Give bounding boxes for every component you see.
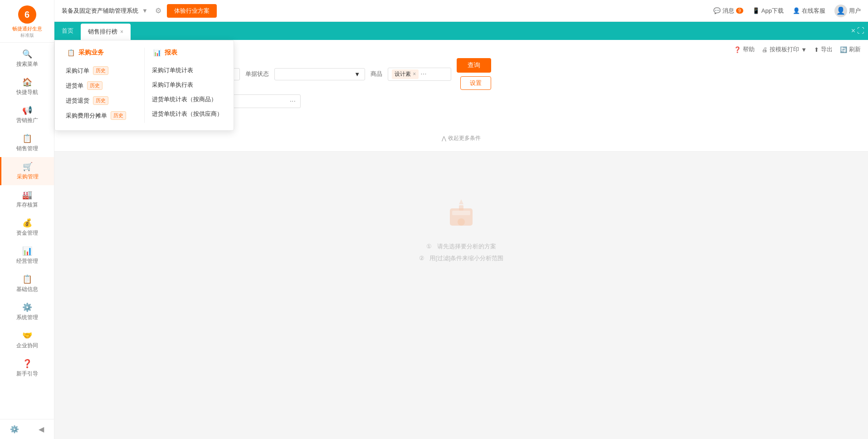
tabbar-right: × ⛶ [851,27,868,35]
sidebar-icon-system: ⚙️ [22,302,32,312]
user-avatar: 👤 [834,5,847,17]
dropdown-item-purchase-in[interactable]: 进货单 历史 [66,78,141,93]
sidebar-item-quick-nav[interactable]: 🏠 快捷导航 [0,73,54,101]
dropdown-item-in-stats-goods[interactable]: 进货单统计表（按商品） [152,92,223,107]
empty-tip-1: ① 请先选择要分析的方案 [426,241,496,252]
tabbar-expand-icon[interactable]: ⛶ [857,27,864,35]
sidebar-item-basic-info[interactable]: 📋 基础信息 [0,270,54,298]
sidebar-item-procurement[interactable]: 🛒 采购管理 [0,157,54,185]
dropdown-item-po-exec[interactable]: 采购订单执行表 [152,78,223,92]
goods-dots[interactable]: ··· [420,70,426,78]
purchase-order-hist[interactable]: 历史 [93,66,108,75]
service-icon: 👤 [793,7,800,14]
empty-tip-2: ② 用[过滤]条件来缩小分析范围 [419,252,504,264]
sidebar: 6 畅捷通好生意 标准版 🔍 搜索菜单 🏠 快捷导航 📢 营销推广 📋 销售管理… [0,0,54,439]
help-btn[interactable]: ❓ 帮助 [734,45,755,54]
report-section-icon: 📊 [152,48,162,58]
purchase-return-label: 进货退货 [66,97,89,105]
tab-home[interactable]: 首页 [54,22,81,40]
topbar: 装备及固定资产辅助管理系统 ▼ ⚙ 体验行业方案 💬 消息 9 📱 App下载 … [54,0,868,22]
sidebar-icon-basic-info: 📋 [22,274,32,284]
refresh-label: 刷新 [849,45,861,54]
sidebar-item-guide[interactable]: ❓ 新手引导 [0,354,54,382]
refresh-btn[interactable]: 🔄 刷新 [840,45,861,54]
voucher-status-arrow: ▼ [354,71,360,78]
svg-marker-4 [459,199,463,204]
print-label: 按模板打印 [770,45,799,54]
svg-point-2 [458,218,465,226]
empty-state: ① 请先选择要分析的方案 ② 用[过滤]条件来缩小分析范围 [54,152,868,310]
sidebar-icon-operations: 📊 [22,246,32,256]
tab-sales-rank[interactable]: 销售排行榜 × [81,24,131,40]
procurement-section-title: 📋 采购业务 [66,48,141,58]
dropdown-item-purchase-expense[interactable]: 采购费用分摊单 历史 [66,108,141,123]
purchase-in-hist[interactable]: 历史 [87,81,102,90]
online-service-item[interactable]: 👤 在线客服 [793,7,825,15]
app-logo-icon: 6 [18,5,36,24]
collapse-sidebar-icon[interactable]: ◀ [39,425,44,434]
sidebar-label-search: 搜索菜单 [16,60,38,68]
message-label: 消息 [722,7,734,15]
sidebar-icon-sales: 📋 [22,133,32,143]
sidebar-item-marketing[interactable]: 📢 营销推广 [0,101,54,129]
sidebar-item-inventory[interactable]: 🏭 库存核算 [0,185,54,213]
query-btn[interactable]: 查询 [457,58,491,73]
sidebar-label-basic-info: 基础信息 [16,286,38,293]
procurement-dropdown: 📋 采购业务 采购订单 历史 进货单 历史 进货退货 历史 采购费用分摊单 历史 [54,40,234,131]
dropdown-item-purchase-return[interactable]: 进货退货 历史 [66,93,141,108]
app-download-item[interactable]: 📱 App下载 [752,7,784,15]
goods-tag-close-icon[interactable]: × [413,71,416,77]
sidebar-icon-procurement: 🛒 [23,162,33,172]
dropdown-item-in-stats-supplier[interactable]: 进货单统计表（按供应商） [152,107,223,121]
print-arrow-icon: ▼ [801,46,807,53]
sidebar-icon-search: 🔍 [22,49,32,59]
app-download-label: App下载 [761,7,784,15]
export-btn[interactable]: ⬆ 导出 [814,45,833,54]
collapse-btn[interactable]: ⋀ 收起更多条件 [442,134,481,142]
sidebar-item-finance[interactable]: 💰 资金管理 [0,213,54,242]
tabbar-close-icon[interactable]: × [851,27,855,35]
user-item[interactable]: 👤 用户 [834,5,861,17]
solution-btn[interactable]: 体验行业方案 [167,4,217,18]
topbar-settings-icon[interactable]: ⚙ [155,6,161,15]
collapse-label: 收起更多条件 [448,134,481,142]
purchase-return-hist[interactable]: 历史 [93,96,108,105]
svg-rect-1 [452,211,470,215]
dropdown-menu: 📋 采购业务 采购订单 历史 进货单 历史 进货退货 历史 采购费用分摊单 历史 [54,40,234,131]
user-name: 用户 [849,7,861,15]
settings-bottom-icon[interactable]: ⚙️ [10,425,19,434]
sidebar-nav: 🔍 搜索菜单 🏠 快捷导航 📢 营销推广 📋 销售管理 🛒 采购管理 🏭 库存核… [0,43,54,419]
sidebar-icon-marketing: 📢 [22,105,32,115]
sidebar-item-system[interactable]: ⚙️ 系统管理 [0,298,54,326]
salesman-dots[interactable]: ··· [290,97,296,105]
sidebar-item-search[interactable]: 🔍 搜索菜单 [0,44,54,73]
sidebar-logo: 6 畅捷通好生意 标准版 [0,0,54,43]
topbar-right: 💬 消息 9 📱 App下载 👤 在线客服 👤 用户 [713,5,861,17]
online-service-label: 在线客服 [802,7,825,15]
voucher-status-select[interactable]: ▼ [274,68,365,80]
help-icon: ❓ [734,46,741,53]
message-icon: 💬 [713,7,721,14]
sidebar-item-cooperation[interactable]: 🤝 企业协同 [0,326,54,354]
goods-tag: 设计素 × [392,69,419,79]
sidebar-item-sales[interactable]: 📋 销售管理 [0,129,54,157]
print-btn[interactable]: 🖨 按模板打印 ▼ [762,45,807,54]
message-item[interactable]: 💬 消息 9 [713,7,743,15]
goods-tag-text: 设计素 [395,70,411,78]
set-btn[interactable]: 设置 [460,76,491,90]
purchase-in-label: 进货单 [66,82,83,90]
sidebar-label-guide: 新手引导 [16,370,38,378]
dropdown-item-po-stats[interactable]: 采购订单统计表 [152,63,223,78]
dropdown-item-purchase-order[interactable]: 采购订单 历史 [66,63,141,78]
purchase-expense-hist[interactable]: 历史 [111,111,126,120]
sidebar-bottom: ⚙️ ◀ [0,419,54,439]
sidebar-icon-finance: 💰 [22,218,32,228]
refresh-icon: 🔄 [840,46,847,53]
tabbar: 首页 销售排行榜 × × ⛶ [54,22,868,40]
tab-close-icon[interactable]: × [120,29,123,35]
sidebar-item-operations[interactable]: 📊 经营管理 [0,242,54,270]
help-label: 帮助 [743,45,755,54]
sidebar-label-system: 系统管理 [16,314,38,321]
export-label: 导出 [821,45,833,54]
sidebar-icon-inventory: 🏭 [22,190,32,200]
